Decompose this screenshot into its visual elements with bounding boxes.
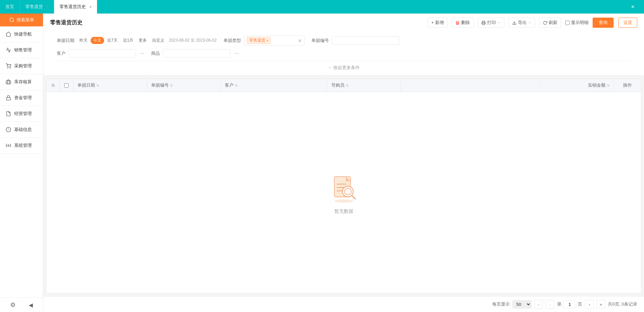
- type-filter: 单据类型 零售退货 × ∨: [223, 35, 305, 46]
- export-chevron-icon: [528, 21, 531, 24]
- th-date[interactable]: 单据日期 ⇅: [73, 79, 147, 92]
- date-btn-custom[interactable]: 自定义: [150, 37, 167, 44]
- th-amount-label: 实销金额: [588, 82, 605, 88]
- num-filter: 单据编号: [311, 36, 399, 45]
- tab-retail-return[interactable]: 零售退货 ×: [20, 0, 54, 14]
- customer-sort-icon: ⇅: [235, 84, 238, 87]
- page-header: 零售退货历史 + 新增 删除 打印 导出: [43, 14, 644, 76]
- empty-state: 暂无数据: [46, 92, 641, 293]
- delete-button[interactable]: 删除: [452, 18, 474, 28]
- sidebar-item-home-label: 快捷导航: [14, 31, 32, 37]
- tab-retail-return-close[interactable]: ×: [46, 5, 48, 9]
- th-customer-label: 客户: [225, 82, 234, 88]
- new-button[interactable]: + 新增: [428, 18, 448, 28]
- collapse-label: 收起更多条件: [333, 65, 360, 71]
- print-icon: [481, 21, 486, 25]
- guide-sort-icon: ⇅: [346, 84, 349, 87]
- th-op-label: 操作: [623, 82, 632, 88]
- tab-home[interactable]: 首页: [0, 0, 20, 14]
- goods-dots[interactable]: ···: [234, 50, 239, 57]
- th-customer[interactable]: 客户 ⇅: [221, 79, 327, 92]
- num-input[interactable]: [332, 36, 399, 45]
- sidebar: 搜索菜单 快捷导航 销售管理 采购管理 库存核算: [0, 14, 43, 312]
- customer-dots[interactable]: ···: [140, 50, 144, 57]
- first-page-button[interactable]: «: [534, 300, 543, 309]
- type-tag-close[interactable]: ×: [266, 39, 268, 43]
- sidebar-item-sales-label: 销售管理: [14, 47, 32, 53]
- header-actions: + 新增 删除 打印 导出: [428, 18, 637, 28]
- sidebar-item-finance[interactable]: 资金管理: [0, 90, 43, 106]
- chevron-up-icon: [328, 66, 332, 70]
- next-page-button[interactable]: ›: [585, 300, 594, 309]
- num-sort-icon: ⇅: [170, 84, 173, 87]
- refresh-button[interactable]: 刷新: [539, 18, 561, 28]
- export-button[interactable]: 导出: [508, 18, 535, 28]
- print-button[interactable]: 打印: [478, 18, 504, 28]
- sidebar-item-inventory[interactable]: 库存核算: [0, 74, 43, 90]
- sidebar-item-system[interactable]: 系统管理: [0, 138, 43, 154]
- sales-icon: [5, 47, 11, 53]
- date-btn-more[interactable]: 更多: [136, 37, 149, 44]
- date-btn-today[interactable]: 今天: [91, 37, 104, 44]
- finance-icon: [5, 95, 11, 101]
- show-detail-checkbox-label[interactable]: 显示明细: [565, 20, 589, 26]
- collapse-button[interactable]: 收起更多条件: [324, 63, 364, 72]
- tab-retail-return-history[interactable]: 零售退货历史 ×: [54, 0, 97, 14]
- sidebar-item-home[interactable]: 快捷导航: [0, 26, 43, 42]
- sidebar-item-info[interactable]: 基础信息: [0, 122, 43, 138]
- settings-gear-icon: [51, 83, 55, 88]
- info-icon: [5, 127, 11, 133]
- date-btn-yesterday[interactable]: 昨天: [77, 37, 90, 44]
- date-btn-1month[interactable]: 近1月: [121, 37, 136, 44]
- th-op: 操作: [614, 79, 641, 92]
- date-filter: 单据日期 昨天 今天 近7天 近1月 更多 自定义 2023-06-02 至 2…: [57, 37, 217, 44]
- search-icon: [9, 17, 15, 23]
- type-select[interactable]: 零售退货 × ∨: [244, 35, 305, 46]
- query-button[interactable]: 查询: [593, 18, 614, 28]
- sidebar-search-label: 搜索菜单: [17, 17, 34, 23]
- sidebar-item-management[interactable]: 经营管理: [0, 106, 43, 122]
- select-all-checkbox[interactable]: [64, 83, 69, 88]
- date-range-text: 2023-06-02 至 2023-06-02: [169, 38, 216, 43]
- show-detail-checkbox[interactable]: [565, 21, 570, 25]
- settings-icon[interactable]: ⚙: [10, 301, 16, 309]
- page-info: 第 页: [557, 300, 582, 308]
- svg-line-21: [352, 196, 355, 199]
- svg-point-9: [8, 145, 9, 146]
- sidebar-item-inventory-label: 库存核算: [14, 79, 32, 85]
- table-header: 单据日期 ⇅ 单据编号 ⇅ 客户 ⇅ 导购员 ⇅ 实销金额: [46, 79, 641, 92]
- svg-rect-5: [6, 97, 10, 100]
- page-unit: 页: [578, 301, 582, 307]
- window-close-button[interactable]: ×: [627, 3, 639, 10]
- page-input[interactable]: [563, 300, 576, 308]
- date-btn-7days[interactable]: 近7天: [105, 37, 120, 44]
- svg-point-12: [52, 85, 54, 86]
- tab-home-label: 首页: [5, 4, 14, 10]
- last-page-button[interactable]: »: [596, 300, 605, 309]
- date-label: 单据日期: [57, 38, 74, 44]
- th-amount[interactable]: 实销金额 ⇅: [540, 79, 614, 92]
- customer-input[interactable]: [68, 49, 136, 58]
- th-date-label: 单据日期: [77, 82, 95, 88]
- goods-input[interactable]: [163, 49, 230, 58]
- settings-button[interactable]: 设置: [618, 18, 637, 28]
- sidebar-item-sales[interactable]: 销售管理: [0, 42, 43, 58]
- th-settings[interactable]: [46, 80, 60, 91]
- export-icon: [512, 21, 517, 25]
- top-bar: 首页 零售退货 × 零售退货历史 × ×: [0, 0, 644, 14]
- th-num[interactable]: 单据编号 ⇅: [147, 79, 221, 92]
- system-icon: [5, 142, 11, 149]
- prev-page-button[interactable]: ‹: [546, 300, 554, 309]
- svg-rect-4: [6, 81, 10, 84]
- customer-label: 客户: [57, 50, 66, 57]
- toggle-icon[interactable]: ◀: [29, 302, 33, 308]
- th-checkbox[interactable]: [60, 80, 73, 91]
- filter-bar: 单据日期 昨天 今天 近7天 近1月 更多 自定义 2023-06-02 至 2…: [50, 32, 637, 75]
- sidebar-search[interactable]: 搜索菜单: [0, 14, 43, 26]
- sidebar-item-purchase[interactable]: 采购管理: [0, 58, 43, 74]
- sidebar-bottom: ⚙ ◀: [0, 297, 43, 312]
- tab-retail-return-history-close[interactable]: ×: [89, 5, 91, 9]
- th-guide[interactable]: 导购员 ⇅: [327, 79, 401, 92]
- page-title-bar: 零售退货历史 + 新增 删除 打印 导出: [50, 18, 637, 28]
- per-page-select[interactable]: 50 100 200: [512, 300, 531, 309]
